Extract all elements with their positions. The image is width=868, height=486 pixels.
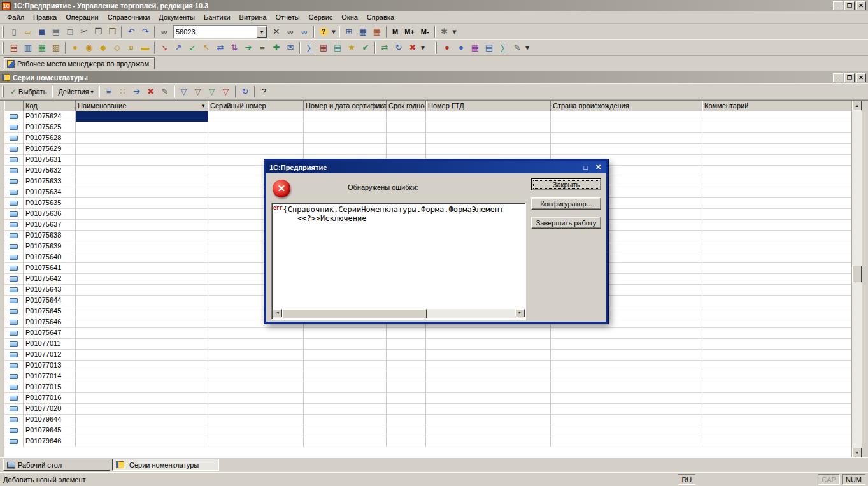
cell-shelf-life[interactable] <box>387 339 426 350</box>
row-marker-cell[interactable] <box>4 393 24 404</box>
cell-code[interactable]: P01075639 <box>24 241 76 252</box>
cell-name[interactable] <box>76 155 208 166</box>
cell-comment[interactable] <box>702 144 851 155</box>
copy-icon[interactable]: ❐ <box>91 25 105 39</box>
menu-bantiki[interactable]: Бантики <box>199 12 235 22</box>
cell-comment[interactable] <box>702 133 851 144</box>
scroll-up-button[interactable]: ▲ <box>852 101 862 110</box>
cell-gtd-number[interactable] <box>426 111 551 122</box>
cell-code[interactable]: P01075633 <box>24 176 76 187</box>
print-icon[interactable]: ▤ <box>49 25 63 39</box>
table-row[interactable]: P01077014 <box>4 371 851 382</box>
cell-shelf-life[interactable] <box>387 122 426 133</box>
cell-gtd-number[interactable] <box>426 133 551 144</box>
column-header-name[interactable]: Наименование▼ <box>76 101 208 111</box>
column-header-marker[interactable] <box>4 101 24 111</box>
tree-levels-icon[interactable]: ∷ <box>116 85 130 99</box>
inventory-icon[interactable]: ≡ <box>255 41 269 55</box>
cell-code[interactable]: P01075641 <box>24 263 76 274</box>
row-marker-cell[interactable] <box>4 350 24 361</box>
find-icon[interactable]: ∞ <box>157 25 171 39</box>
sales-journal-icon[interactable]: ▥ <box>21 41 35 55</box>
cell-name[interactable] <box>76 274 208 285</box>
cell-name[interactable] <box>76 350 208 361</box>
menu-catalogs[interactable]: Справочники <box>103 12 155 22</box>
cell-gtd-number[interactable] <box>426 361 551 371</box>
cell-certificate[interactable] <box>304 350 387 361</box>
cell-shelf-life[interactable] <box>387 133 426 144</box>
cell-shelf-life[interactable] <box>387 393 426 404</box>
cell-name[interactable] <box>76 404 208 415</box>
cell-certificate[interactable] <box>304 339 387 350</box>
cell-certificate[interactable] <box>304 144 387 155</box>
purchases-journal-icon[interactable]: ▦ <box>35 41 49 55</box>
managers-report-icon[interactable]: ▦ <box>468 41 482 55</box>
scroll-left-button[interactable]: ◄ <box>273 309 282 317</box>
workspace-tab-button[interactable]: Рабочее место менеджера по продажам <box>4 57 155 69</box>
row-marker-cell[interactable] <box>4 122 24 133</box>
table-row[interactable]: P01079644 <box>4 415 851 425</box>
cell-origin-country[interactable] <box>551 144 702 155</box>
column-header-comment[interactable]: Комментарий <box>702 101 851 111</box>
column-header-gtd-number[interactable]: Номер ГТД <box>426 101 551 111</box>
cell-name[interactable] <box>76 176 208 187</box>
cut-icon[interactable]: ✂ <box>77 25 91 39</box>
cell-origin-country[interactable] <box>551 436 702 447</box>
cell-name[interactable] <box>76 436 208 447</box>
scrollbar-thumb[interactable] <box>852 266 862 282</box>
cell-serial-number[interactable] <box>208 350 304 361</box>
advance-report-icon[interactable]: ▬ <box>138 41 152 55</box>
cell-comment[interactable] <box>702 393 851 404</box>
cell-name[interactable] <box>76 166 208 176</box>
cell-name[interactable] <box>76 209 208 220</box>
row-marker-cell[interactable] <box>4 382 24 393</box>
cash-book-icon[interactable]: ▤ <box>7 41 21 55</box>
cell-comment[interactable] <box>702 187 851 198</box>
suppliers-icon[interactable]: ● <box>454 41 468 55</box>
cell-name[interactable] <box>76 361 208 371</box>
cell-comment[interactable] <box>702 361 851 371</box>
cell-comment[interactable] <box>702 404 851 415</box>
cell-shelf-life[interactable] <box>387 350 426 361</box>
cell-gtd-number[interactable] <box>426 382 551 393</box>
cell-origin-country[interactable] <box>551 350 702 361</box>
cell-name[interactable] <box>76 317 208 328</box>
exchange-icon[interactable]: ⇄ <box>378 41 392 55</box>
cell-serial-number[interactable] <box>208 425 304 436</box>
row-marker-cell[interactable] <box>4 274 24 285</box>
mdi-close-button[interactable]: ✕ <box>856 73 866 82</box>
sales-report-icon[interactable]: ∑ <box>302 41 317 55</box>
cell-comment[interactable] <box>702 382 851 393</box>
error-text-area[interactable]: err{Справочник.СерииНоменклатуры.Форма.Ф… <box>271 203 526 320</box>
cell-origin-country[interactable] <box>551 404 702 415</box>
cell-name[interactable] <box>76 296 208 306</box>
dialog-restore-button[interactable]: □ <box>581 164 590 171</box>
cell-code[interactable]: P01077011 <box>24 339 76 350</box>
stock-report-icon[interactable]: ▦ <box>317 41 331 55</box>
cell-gtd-number[interactable] <box>426 144 551 155</box>
cell-code[interactable]: P01077016 <box>24 393 76 404</box>
print-preview-icon[interactable]: ◻ <box>63 25 77 39</box>
row-marker-cell[interactable] <box>4 209 24 220</box>
exchange-settings-icon[interactable]: ✎ <box>510 41 524 55</box>
row-marker-cell[interactable] <box>4 176 24 187</box>
receipt-return-icon[interactable]: ↙ <box>185 41 199 55</box>
cell-serial-number[interactable] <box>208 122 304 133</box>
minimize-button[interactable]: _ <box>833 1 843 10</box>
vertical-scrollbar[interactable]: ▲ ▼ <box>851 101 862 457</box>
cell-serial-number[interactable] <box>208 393 304 404</box>
cell-origin-country[interactable] <box>551 415 702 425</box>
tools-icon[interactable]: ✱ <box>438 25 452 39</box>
cell-comment[interactable] <box>702 306 851 317</box>
cell-serial-number[interactable] <box>208 415 304 425</box>
cell-shelf-life[interactable] <box>387 111 426 122</box>
cell-name[interactable] <box>76 122 208 133</box>
column-header-code[interactable]: Код <box>24 101 76 111</box>
cell-code[interactable]: P01077013 <box>24 361 76 371</box>
cell-serial-number[interactable] <box>208 404 304 415</box>
move-to-group-icon[interactable]: ➔ <box>130 85 144 99</box>
cell-name[interactable] <box>76 241 208 252</box>
cell-comment[interactable] <box>702 155 851 166</box>
column-header-serial-number[interactable]: Серийный номер <box>208 101 304 111</box>
cell-origin-country[interactable] <box>551 361 702 371</box>
